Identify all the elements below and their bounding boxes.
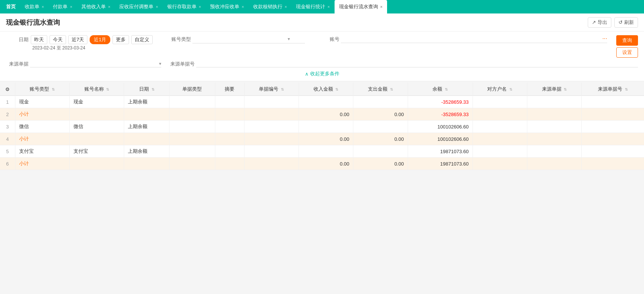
table-body: 1 现金 现金 上期余额 -3528659.33 2 小计 0.00 0.00 … xyxy=(0,96,644,170)
source-no-input[interactable] xyxy=(196,61,638,66)
date-yesterday[interactable]: 昨天 xyxy=(31,35,47,44)
nav-item-shoukuanhexiao[interactable]: 收款核销执行 × xyxy=(249,0,291,13)
source-doc-input[interactable] xyxy=(30,61,158,66)
column-settings-icon[interactable]: ⚙ xyxy=(0,83,15,96)
close-icon[interactable]: × xyxy=(242,4,244,9)
cell-source-doc xyxy=(527,121,581,133)
date-more[interactable]: 更多 xyxy=(113,35,129,44)
chevron-down-icon: ▾ xyxy=(288,36,290,42)
nav-item-yinhangcunqu[interactable]: 银行存取款单 × xyxy=(163,0,206,13)
cell-income: 0.00 xyxy=(299,133,353,145)
date-custom[interactable]: 自定义 xyxy=(131,35,153,44)
close-icon[interactable]: × xyxy=(42,4,44,9)
nav-item-yushou[interactable]: 预收冲应收单 × xyxy=(206,0,248,13)
cell-income xyxy=(299,96,353,108)
table-row: 2 小计 0.00 0.00 -3528659.33 xyxy=(0,108,644,121)
col-income[interactable]: 收入金额 ⇅ xyxy=(299,83,353,96)
cell-source-doc xyxy=(527,133,581,145)
close-icon[interactable]: × xyxy=(108,4,110,9)
cell-expense xyxy=(353,145,408,158)
col-counterpart[interactable]: 对方户名 ⇅ xyxy=(473,83,527,96)
cell-account-type: 支付宝 xyxy=(15,145,69,158)
col-source-no[interactable]: 来源单据号 ⇅ xyxy=(582,83,644,96)
cell-balance: -3528659.33 xyxy=(408,108,473,121)
cell-balance: 19871073.60 xyxy=(408,158,473,170)
close-icon[interactable]: × xyxy=(70,4,72,9)
account-type-select-wrapper: ▾ xyxy=(192,35,305,43)
col-account-name[interactable]: 账号名称 ⇅ xyxy=(69,83,124,96)
nav-item-yingshou[interactable]: 应收应付调整单 × xyxy=(115,0,162,13)
nav-item-shoukuandan[interactable]: 收款单 × xyxy=(20,0,48,13)
row-index: 2 xyxy=(0,108,15,121)
cell-balance: 100102606.60 xyxy=(408,121,473,133)
cell-doc-no xyxy=(244,158,299,170)
cell-source-no xyxy=(582,96,644,108)
cell-account-name xyxy=(69,133,124,145)
col-date[interactable]: 日期 ⇅ xyxy=(124,83,170,96)
account-type-input[interactable] xyxy=(192,35,286,42)
cell-income xyxy=(299,121,353,133)
row-index: 5 xyxy=(0,145,15,158)
nav-item-liushui[interactable]: 现金银行流水查询 × xyxy=(335,0,387,13)
col-doc-type: 单据类型 xyxy=(170,83,215,96)
account-no-input[interactable] xyxy=(341,36,599,42)
cell-income: 0.00 xyxy=(299,108,353,121)
cell-doc-no xyxy=(244,121,299,133)
settings-button[interactable]: 设置 xyxy=(616,47,638,58)
table-row: 3 微信 微信 上期余额 100102606.60 xyxy=(0,121,644,133)
refresh-button[interactable]: ↺ 刷新 xyxy=(614,17,638,28)
cell-account-type: 现金 xyxy=(15,96,69,108)
cell-account-type: 小计 xyxy=(15,108,69,121)
close-icon[interactable]: × xyxy=(380,4,383,9)
query-button[interactable]: 查询 xyxy=(616,35,638,46)
cell-expense: 0.00 xyxy=(353,133,408,145)
collapse-up-icon: ∧ xyxy=(305,71,309,77)
col-account-type[interactable]: 账号类型 ⇅ xyxy=(15,83,69,96)
cell-counterpart xyxy=(473,96,527,108)
col-balance[interactable]: 余额 ⇅ xyxy=(408,83,473,96)
data-table: ⚙ 账号类型 ⇅ 账号名称 ⇅ 日期 ⇅ 单据类型 摘要 xyxy=(0,83,644,170)
cell-expense: 0.00 xyxy=(353,108,408,121)
cell-date: 上期余额 xyxy=(124,121,170,133)
close-icon[interactable]: × xyxy=(327,4,330,9)
cell-doc-type xyxy=(170,158,215,170)
more-options-icon[interactable]: ··· xyxy=(602,35,607,42)
cell-source-doc xyxy=(527,158,581,170)
table-row: 5 支付宝 支付宝 上期余额 19871073.60 xyxy=(0,145,644,158)
date-1month[interactable]: 近1月 xyxy=(90,35,110,44)
close-icon[interactable]: × xyxy=(156,4,158,9)
row-index: 3 xyxy=(0,121,15,133)
cell-doc-no xyxy=(244,96,299,108)
nav-item-qitashouru[interactable]: 其他收入单 × xyxy=(77,0,115,13)
date-7days[interactable]: 近7天 xyxy=(68,35,87,44)
nav-item-xianjintongji[interactable]: 现金银行统计 × xyxy=(291,0,334,13)
cell-expense: 0.00 xyxy=(353,158,408,170)
sort-icon: ⇅ xyxy=(335,87,338,91)
cell-date xyxy=(124,158,170,170)
chevron-down-source-icon: ▾ xyxy=(159,61,161,66)
cell-summary xyxy=(215,96,244,108)
table-row: 6 小计 0.00 0.00 19871073.60 xyxy=(0,158,644,170)
table-header-row: ⚙ 账号类型 ⇅ 账号名称 ⇅ 日期 ⇅ 单据类型 摘要 xyxy=(0,83,644,96)
col-expense[interactable]: 支出金额 ⇅ xyxy=(353,83,408,96)
cell-expense xyxy=(353,96,408,108)
cell-source-no xyxy=(582,133,644,145)
cell-counterpart xyxy=(473,158,527,170)
export-button[interactable]: ↗ 导出 xyxy=(588,17,611,28)
close-icon[interactable]: × xyxy=(285,4,287,9)
source-doc-label: 来源单据 xyxy=(6,61,29,67)
nav-item-fukuandan[interactable]: 付款单 × xyxy=(48,0,77,13)
cell-account-name: 支付宝 xyxy=(69,145,124,158)
cell-income xyxy=(299,145,353,158)
sort-icon: ⇅ xyxy=(281,87,284,91)
cell-income: 0.00 xyxy=(299,158,353,170)
close-icon[interactable]: × xyxy=(199,4,201,9)
sort-icon: ⇅ xyxy=(152,87,155,91)
date-today[interactable]: 今天 xyxy=(50,35,66,44)
col-doc-no[interactable]: 单据编号 ⇅ xyxy=(244,83,299,96)
nav-home[interactable]: 首页 xyxy=(2,0,20,13)
collapse-bar[interactable]: ∧ 收起更多条件 xyxy=(6,70,638,77)
col-source-doc[interactable]: 来源单据 ⇅ xyxy=(527,83,581,96)
row-index: 1 xyxy=(0,96,15,108)
cell-source-doc xyxy=(527,145,581,158)
